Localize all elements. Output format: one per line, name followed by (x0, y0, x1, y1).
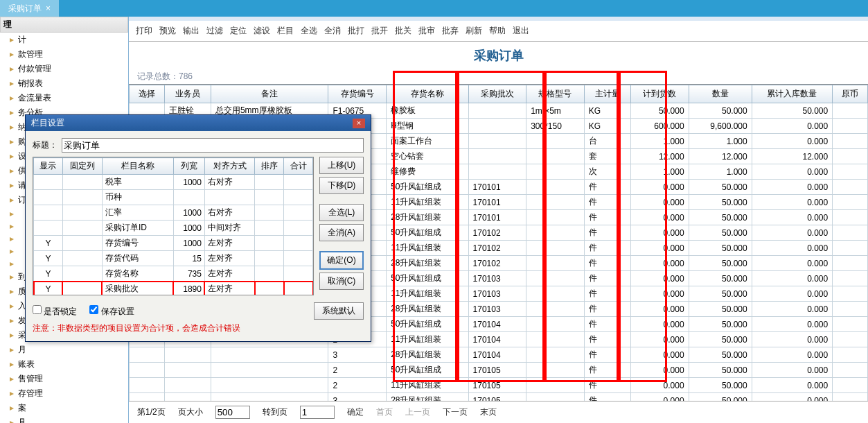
column-header[interactable]: 数量 (689, 85, 752, 103)
sidebar-item[interactable]: ▸存管理 (0, 386, 128, 401)
pager-first[interactable]: 首页 (376, 406, 393, 418)
toolbar-button[interactable]: 滤设 (254, 25, 270, 37)
warning-note: 注意：非数据类型的项目设置为合计项，会造成合计错误 (33, 322, 364, 334)
default-button[interactable]: 系统默认 (314, 302, 364, 320)
cfg-row[interactable]: 税率1000右对齐 (34, 175, 313, 190)
toolbar-button[interactable]: 过滤 (206, 25, 223, 37)
toolbar-button[interactable]: 批打 (348, 25, 364, 37)
cfg-row[interactable]: 采购订单ID1000中间对齐 (34, 221, 313, 236)
toolbar-button[interactable]: 帮助 (489, 25, 506, 37)
folder-icon: ▸ (10, 221, 18, 231)
folder-icon: ▸ (10, 345, 18, 354)
toolbar-button[interactable]: 打印 (136, 25, 152, 37)
title-input[interactable] (62, 138, 364, 153)
close-icon[interactable]: × (46, 3, 51, 13)
ok-button[interactable]: 确定(O) (319, 251, 364, 270)
table-row[interactable]: 211升风缸组装170105件0.00050.0000.000 (130, 378, 868, 393)
toolbar-button[interactable]: 批关 (395, 25, 411, 37)
folder-icon: ▸ (10, 374, 18, 383)
close-icon[interactable]: × (353, 119, 365, 128)
sidebar-item[interactable]: ▸案 (0, 401, 128, 415)
column-header[interactable]: 存货名称 (387, 85, 468, 103)
sidebar-item[interactable]: ▸款管理 (0, 47, 128, 62)
sidebar-item[interactable]: ▸具 (0, 415, 128, 423)
column-header[interactable]: 备注 (211, 85, 328, 103)
folder-icon: ▸ (10, 49, 18, 59)
sidebar-item[interactable]: ▸计 (0, 33, 128, 47)
column-header[interactable]: 计到货数 (631, 85, 689, 103)
column-header[interactable]: 业务员 (164, 85, 211, 103)
sidebar-item[interactable]: ▸售管理 (0, 372, 128, 386)
folder-icon: ▸ (10, 403, 18, 413)
column-header[interactable]: 规格型号 (526, 85, 585, 103)
column-header[interactable]: 采购批次 (468, 85, 526, 103)
deselect-all-button[interactable]: 全消(A) (319, 224, 364, 241)
toolbar-button[interactable]: 全选 (301, 25, 317, 37)
column-header[interactable]: 主计量 (584, 85, 630, 103)
cfg-header[interactable]: 栏目名称 (102, 158, 173, 175)
sidebar-header: 理 (0, 17, 128, 33)
column-header[interactable]: 存货编号 (328, 85, 387, 103)
folder-icon: ▸ (10, 246, 18, 256)
column-header[interactable]: 累计入库数量 (752, 85, 833, 103)
lock-checkbox[interactable]: 是否锁定 (33, 305, 77, 318)
cfg-row[interactable]: Y存货名称735左对齐 (34, 266, 313, 282)
folder-icon: ▸ (10, 234, 18, 243)
cfg-header[interactable]: 列宽 (173, 158, 204, 175)
cfg-row[interactable]: Y存货编号1000左对齐 (34, 236, 313, 251)
toolbar-button[interactable]: 全消 (324, 25, 341, 37)
toolbar-button[interactable]: 定位 (230, 25, 247, 37)
toolbar: 打印预览输出过滤定位滤设栏目全选全消批打批开批关批审批弃刷新帮助退出 (129, 21, 868, 42)
toolbar-button[interactable]: 栏目 (277, 25, 294, 37)
cfg-header[interactable]: 排序 (255, 158, 284, 175)
folder-icon: ▸ (10, 78, 18, 88)
toolbar-button[interactable]: 退出 (513, 25, 529, 37)
sidebar-item[interactable]: ▸金流量表 (0, 91, 128, 105)
toolbar-button[interactable]: 预览 (159, 25, 176, 37)
pager-confirm[interactable]: 确定 (347, 406, 364, 418)
toolbar-button[interactable]: 批弃 (442, 25, 459, 37)
toolbar-button[interactable]: 刷新 (466, 25, 482, 37)
sidebar-item[interactable]: ▸付款管理 (0, 62, 128, 76)
cfg-row[interactable]: Y存货代码15左对齐 (34, 251, 313, 266)
toolbar-button[interactable]: 输出 (183, 25, 200, 37)
page-size-input[interactable] (215, 406, 250, 419)
cfg-row[interactable]: 币种 (34, 190, 313, 205)
select-all-button[interactable]: 全选(L) (319, 204, 364, 221)
sidebar-item[interactable]: ▸销报表 (0, 76, 128, 91)
sidebar-item[interactable]: ▸账表 (0, 357, 128, 372)
dialog-titlebar[interactable]: 栏目设置 × (26, 115, 371, 131)
table-row[interactable]: 250升风缸组成170105件0.00050.0000.000 (130, 363, 868, 378)
pager-next[interactable]: 下一页 (443, 406, 468, 418)
cfg-header[interactable]: 合计 (284, 158, 313, 175)
tab-purchase-order[interactable]: 采购订单 × (0, 0, 59, 17)
table-row[interactable]: 328升风缸组装170105件0.00050.0000.000 (130, 393, 868, 402)
toolbar-button[interactable]: 批开 (371, 25, 388, 37)
config-grid[interactable]: 显示固定列栏目名称列宽对齐方式排序合计税率1000右对齐币种汇率1000右对齐采… (33, 157, 314, 295)
column-header[interactable]: 选择 (130, 85, 165, 103)
goto-input[interactable] (300, 406, 335, 419)
folder-icon: ▸ (10, 209, 18, 218)
title-label: 标题： (33, 139, 57, 151)
cfg-row[interactable]: 汇率1000右对齐 (34, 205, 313, 221)
folder-icon: ▸ (10, 166, 18, 175)
dialog-title: 栏目设置 (31, 117, 64, 129)
folder-icon: ▸ (10, 286, 18, 296)
move-up-button[interactable]: 上移(U) (319, 157, 364, 174)
sidebar-item[interactable]: ▸月 (0, 343, 128, 357)
table-row[interactable]: 328升风缸组装170104件0.00050.0000.000 (130, 347, 868, 363)
folder-icon: ▸ (10, 93, 18, 103)
pager: 第1/2页 页大小 转到页 确定 首页 上一页 下一页 末页 (129, 401, 868, 423)
cfg-header[interactable]: 固定列 (62, 158, 102, 175)
move-down-button[interactable]: 下移(D) (319, 177, 364, 194)
pager-last[interactable]: 末页 (480, 406, 497, 418)
cancel-button[interactable]: 取消(C) (319, 273, 364, 290)
cfg-header[interactable]: 对齐方式 (204, 158, 254, 175)
cfg-header[interactable]: 显示 (34, 158, 63, 175)
column-header[interactable]: 原币 (833, 85, 868, 103)
tab-label: 采购订单 (8, 3, 42, 15)
save-checkbox[interactable]: 保存设置 (89, 305, 134, 318)
cfg-row[interactable]: Y采购批次1890左对齐 (34, 282, 313, 296)
pager-prev[interactable]: 上一页 (405, 406, 430, 418)
toolbar-button[interactable]: 批审 (418, 25, 435, 37)
